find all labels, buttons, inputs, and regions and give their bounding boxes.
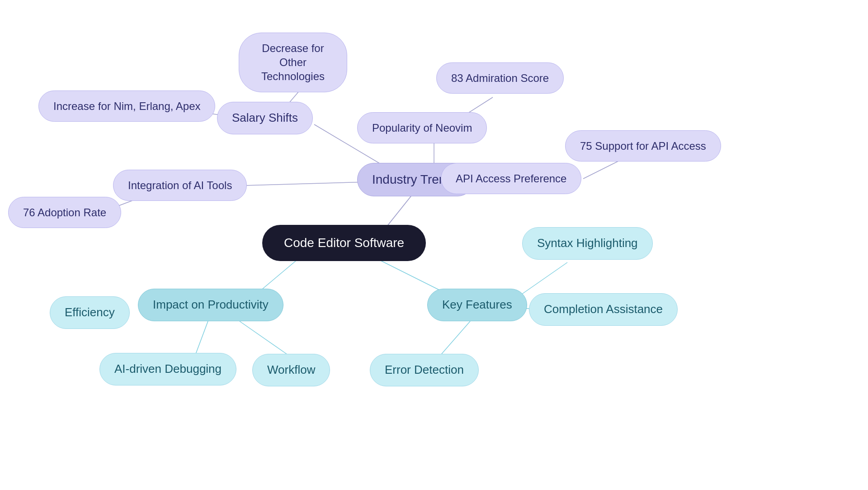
salary-shifts-node: Salary Shifts: [217, 102, 313, 134]
api-support-node: 75 Support for API Access: [565, 130, 721, 162]
ai-debugging-node: AI-driven Debugging: [99, 353, 236, 385]
api-access-pref-node: API Access Preference: [441, 163, 581, 194]
admiration-score-node: 83 Admiration Score: [436, 62, 564, 94]
error-detection-node: Error Detection: [370, 354, 479, 386]
decrease-other-tech-node: Decrease for Other Technologies: [239, 33, 347, 92]
center-node: Code Editor Software: [262, 225, 426, 261]
mind-map-canvas: Code Editor Software Industry Trends Sal…: [0, 0, 868, 490]
svg-line-15: [439, 321, 470, 357]
svg-line-12: [194, 321, 208, 357]
neovim-popularity-node: Popularity of Neovim: [357, 112, 487, 143]
adoption-rate-node: 76 Adoption Rate: [8, 197, 121, 228]
productivity-node: Impact on Productivity: [138, 289, 283, 321]
efficiency-node: Efficiency: [50, 296, 130, 329]
key-features-node: Key Features: [427, 289, 527, 321]
increase-nim-erlang-node: Increase for Nim, Erlang, Apex: [38, 90, 215, 122]
svg-line-13: [240, 321, 292, 357]
ai-tools-node: Integration of AI Tools: [113, 170, 247, 201]
completion-assistance-node: Completion Assistance: [529, 293, 678, 326]
workflow-node: Workflow: [252, 354, 330, 386]
connection-lines: [0, 0, 868, 490]
syntax-highlighting-node: Syntax Highlighting: [522, 227, 653, 260]
